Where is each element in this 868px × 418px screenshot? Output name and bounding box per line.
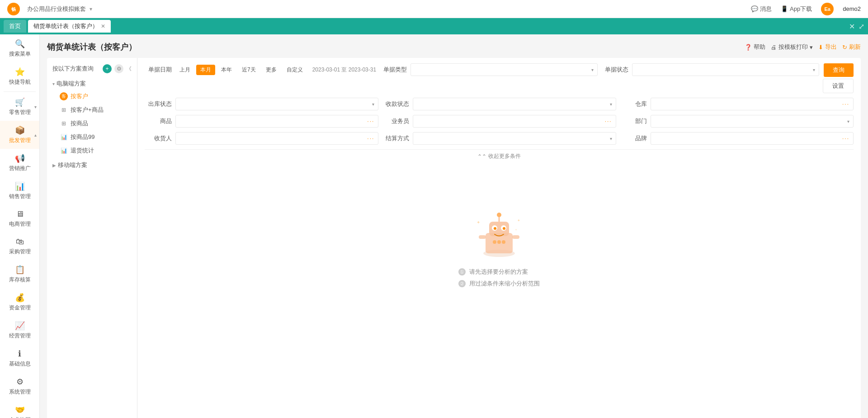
goods-select[interactable]: ··· — [175, 115, 378, 128]
svg-point-15 — [502, 240, 505, 244]
doc-status-select[interactable]: ▾ — [632, 63, 819, 76]
sales-mgmt-icon: 📊 — [15, 181, 25, 191]
date-btn-this-month[interactable]: 本月 — [196, 65, 215, 75]
tip-num-2: ② — [458, 280, 466, 287]
query-button[interactable]: 查询 — [824, 63, 854, 77]
goods-dots-icon: ··· — [367, 118, 374, 124]
scheme-settings-button[interactable]: ⚙ — [114, 64, 123, 73]
sidebar-item-search-menu[interactable]: 🔍 搜索菜单 — [0, 34, 39, 62]
export-button[interactable]: ⬇ 导出 — [818, 43, 837, 51]
scheme-section-pc-header[interactable]: ▾ 电脑端方案 — [47, 78, 137, 90]
sidebar-item-marketing[interactable]: 📢 营销推广 — [0, 149, 39, 177]
date-options: 上月 本月 本年 近7天 更多 自定义 — [175, 65, 307, 75]
brand-select[interactable]: ··· — [651, 132, 854, 145]
sidebar: 🔍 搜索菜单 ⭐ 快捷导航 🛒 零售管理 ▾ 📦 批发管理 ▴ 📢 营销推广 📊… — [0, 34, 40, 418]
date-label: 单据日期 — [145, 66, 172, 74]
department-select[interactable]: ▾ — [651, 115, 854, 128]
print-icon: 🖨 — [771, 44, 777, 51]
tab-home-label: 首页 — [9, 22, 21, 30]
action-buttons: 查询 设置 — [823, 63, 854, 93]
scheme-item-by-customer-goods[interactable]: ⊞ 按客户+商品 — [47, 103, 137, 117]
tab-home[interactable]: 首页 — [4, 20, 26, 33]
page-actions: ❓ 帮助 🖨 按模板打印 ▾ ⬇ 导出 ↻ 刷新 — [745, 43, 861, 51]
settings-button[interactable]: 设置 — [823, 79, 854, 93]
sidebar-item-enterprise[interactable]: 🤝 企业协同 — [0, 400, 39, 418]
out-status-select[interactable]: ▾ — [175, 98, 378, 110]
sidebar-item-system[interactable]: ⚙ 系统管理 — [0, 372, 39, 400]
collect-status-select[interactable]: ▾ — [413, 98, 616, 110]
sidebar-item-quick-nav[interactable]: ⭐ 快捷导航 — [0, 62, 39, 90]
sidebar-divider-1 — [4, 91, 36, 92]
sidebar-item-operation[interactable]: 📈 经营管理 — [0, 316, 39, 344]
receiver-select[interactable]: ··· — [175, 132, 378, 145]
collect-status-label: 收款状态 — [382, 100, 409, 108]
collapse-bar[interactable]: ⌃⌃ 收起更多条件 — [145, 149, 854, 163]
sidebar-item-sales-mgmt[interactable]: 📊 销售管理 — [0, 177, 39, 205]
sidebar-item-finance[interactable]: 💰 资金管理 — [0, 288, 39, 316]
content-area: 销货单统计表（按客户） ❓ 帮助 🖨 按模板打印 ▾ ⬇ 导出 ↻ 刷新 — [40, 34, 868, 418]
filter-row-2: 商品 ··· 业务员 ··· 部门 ▾ — [145, 115, 854, 128]
export-icon: ⬇ — [818, 44, 823, 51]
date-filter-row: 单据日期 上月 本月 本年 近7天 更多 自定义 2023-03-01 至 20… — [145, 63, 854, 93]
doc-type-label: 单据类型 — [380, 66, 407, 74]
scheme-item-by-goods[interactable]: ⊞ 按商品 — [47, 117, 137, 130]
payment-select[interactable]: ▾ — [413, 132, 616, 145]
tab-bar: 首页 销货单统计表（按客户） ✕ ✕ ⤢ — [0, 18, 868, 34]
empty-state: ✦ ✦ ✦ ① 请先选择要分析的方案 ② 用过滤条件来缩小分析范围 — [145, 163, 854, 333]
svg-text:✦: ✦ — [476, 220, 480, 225]
message-button[interactable]: 💬 消息 — [751, 5, 772, 13]
doc-status-dropdown-icon: ▾ — [813, 67, 815, 72]
page-title: 销货单统计表（按客户） — [47, 42, 137, 52]
collapse-up-icon: ⌃⌃ — [477, 153, 486, 160]
ecommerce-icon: 🖥 — [16, 209, 24, 219]
print-dropdown-icon: ▾ — [810, 44, 813, 51]
scheme-section-mobile-header[interactable]: ▶ 移动端方案 — [47, 159, 137, 171]
tab-close-button[interactable]: ✕ — [849, 22, 855, 31]
template-print-button[interactable]: 🖨 按模板打印 ▾ — [771, 43, 813, 51]
sidebar-item-purchase[interactable]: 🛍 采购管理 — [0, 233, 39, 260]
scheme-item-by-goods99[interactable]: 📊 按商品99 — [47, 130, 137, 144]
date-btn-custom[interactable]: 自定义 — [283, 65, 307, 75]
date-btn-last-month[interactable]: 上月 — [175, 65, 194, 75]
tab-sales-stat[interactable]: 销货单统计表（按客户） ✕ — [28, 20, 111, 33]
refresh-icon: ↻ — [842, 44, 847, 51]
app-download-button[interactable]: 📱 App下载 — [781, 5, 812, 13]
date-btn-more[interactable]: 更多 — [262, 65, 281, 75]
tab-expand-button[interactable]: ⤢ — [859, 22, 864, 31]
avatar[interactable]: Ea — [821, 3, 834, 15]
basic-icon: ℹ — [18, 349, 21, 359]
warehouse-select[interactable]: ··· — [651, 98, 854, 110]
scheme-item-by-customer[interactable]: 客 按客户 — [47, 90, 137, 103]
scheme-add-button[interactable]: + — [103, 64, 112, 73]
sidebar-item-ecommerce[interactable]: 🖥 电商管理 — [0, 205, 39, 233]
brand-dots-icon: ··· — [842, 135, 849, 142]
help-button[interactable]: ❓ 帮助 — [745, 43, 765, 51]
pc-section-arrow-icon: ▾ — [52, 81, 55, 86]
department-label: 部门 — [620, 117, 647, 125]
by-customer-goods-icon: ⊞ — [60, 106, 68, 114]
date-btn-last7[interactable]: 近7天 — [238, 65, 260, 75]
receiver-dots-icon: ··· — [367, 135, 374, 142]
svg-point-8 — [503, 227, 505, 230]
download-icon: 📱 — [781, 5, 788, 12]
tab-close-icon[interactable]: ✕ — [101, 23, 105, 29]
app-dropdown-icon[interactable]: ▾ — [90, 6, 92, 12]
svg-rect-12 — [512, 235, 519, 239]
finance-icon: 💰 — [15, 293, 25, 303]
sidebar-item-basic[interactable]: ℹ 基础信息 — [0, 344, 39, 372]
svg-text:畅: 畅 — [11, 7, 16, 12]
scheme-collapse-button[interactable]: 《 — [126, 65, 132, 73]
scheme-item-return-stat[interactable]: 📊 退货统计 — [47, 144, 137, 157]
page-title-bar: 销货单统计表（按客户） ❓ 帮助 🖨 按模板打印 ▾ ⬇ 导出 ↻ 刷新 — [47, 42, 861, 52]
user-name: demo2 — [843, 5, 861, 12]
date-btn-this-year[interactable]: 本年 — [217, 65, 236, 75]
salesperson-select[interactable]: ··· — [413, 115, 616, 128]
sidebar-item-retail[interactable]: 🛒 零售管理 ▾ — [0, 93, 39, 121]
refresh-button[interactable]: ↻ 刷新 — [842, 43, 861, 51]
doc-type-select[interactable]: ▾ — [410, 63, 598, 76]
sidebar-item-wholesale[interactable]: 📦 批发管理 ▴ — [0, 121, 39, 149]
quick-nav-icon: ⭐ — [15, 67, 25, 77]
scheme-panel-title: 按以下方案查询 — [52, 65, 100, 73]
main-content: 按以下方案查询 + ⚙ 《 ▾ 电脑端方案 客 按客户 — [47, 58, 861, 418]
sidebar-item-inventory[interactable]: 📋 库存核算 — [0, 260, 39, 288]
